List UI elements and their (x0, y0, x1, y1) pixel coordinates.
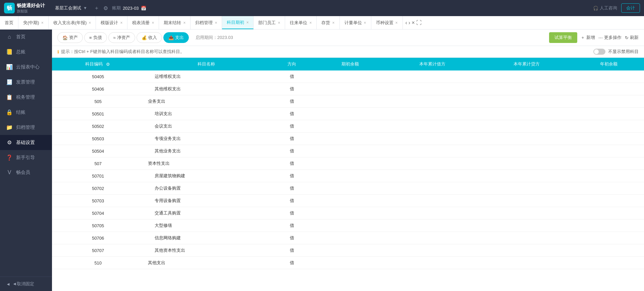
sidebar-item-ledger-label: 总账 (16, 49, 25, 55)
tab-dept-close[interactable]: × (278, 20, 280, 25)
cell-ytd-debit (385, 195, 480, 207)
account-button[interactable]: 会计 (621, 3, 640, 13)
cell-name: 办公设备购置 (144, 182, 269, 195)
tab-unit-close[interactable]: × (364, 20, 366, 25)
table-row[interactable]: 50503专项业务支出借 (52, 133, 644, 145)
sidebar-item-settings[interactable]: ⚙ 基础设置 (0, 135, 52, 150)
tab-interim[interactable]: 臾(中期) × (18, 16, 49, 29)
table-row[interactable]: 50706信息网络购建借 (52, 232, 644, 244)
tab-inventory-close[interactable]: × (332, 20, 334, 25)
sidebar-pin-button[interactable]: ◄ ◄取消固定 (0, 277, 52, 291)
column-settings-icon[interactable]: ⚙ (105, 62, 111, 67)
tab-contacts-close[interactable]: × (309, 20, 312, 25)
table-row[interactable]: 505业务支出借 (52, 95, 644, 108)
cell-ytd-credit (480, 145, 574, 157)
sidebar-item-guide[interactable]: ❓ 新手引导 (0, 150, 52, 165)
toggle-switch[interactable] (593, 49, 605, 55)
sidebar-item-close[interactable]: 🔒 结账 (0, 105, 52, 120)
cell-code: 50702 (52, 182, 144, 195)
tab-dept[interactable]: 部门员工 × (254, 16, 285, 29)
cell-direction: 借 (269, 95, 315, 108)
tab-contacts[interactable]: 往来单位 × (285, 16, 317, 29)
tab-subject-period[interactable]: 科目期初 × (222, 16, 254, 29)
sub-tab-asset[interactable]: 🏠 资产 (57, 32, 83, 43)
tab-income[interactable]: 收入支出表(年报) × (49, 16, 96, 29)
tab-home[interactable]: 首页 (0, 16, 18, 29)
tab-income-close[interactable]: × (89, 20, 91, 25)
tab-template[interactable]: 模版设计 × (96, 16, 127, 29)
tab-interim-close[interactable]: × (41, 20, 44, 25)
table-row[interactable]: 50405运维维权支出借 (52, 70, 644, 83)
tab-subject-period-close[interactable]: × (246, 20, 249, 25)
company-selector[interactable]: 基层工会测试 ▼ (55, 5, 87, 11)
refresh-button[interactable]: ↻ 刷新 (625, 35, 639, 41)
tab-currency-close[interactable]: × (395, 20, 398, 25)
cell-direction: 借 (269, 207, 315, 220)
pin-icon: ◄ (6, 282, 10, 287)
cell-opening (315, 195, 385, 207)
tab-period-end[interactable]: 期末结转 × (159, 16, 191, 29)
sub-tab-income[interactable]: 💰 收入 (137, 32, 162, 43)
tab-currency[interactable]: 币种设置 × (371, 16, 403, 29)
cell-opening (315, 232, 385, 244)
cell-name: 其他维权支出 (144, 83, 269, 95)
tax-icon: 📋 (6, 94, 13, 100)
refresh-label: 刷新 (630, 35, 639, 41)
sidebar-item-ledger[interactable]: 📒 总账 (0, 44, 52, 59)
sidebar-item-archive-label: 归档管理 (16, 125, 35, 131)
tab-tax-close[interactable]: × (152, 20, 154, 25)
sidebar-item-reports[interactable]: 📊 云报表中心 (0, 59, 52, 75)
table-row[interactable]: 50406其他维权支出借 (52, 83, 644, 95)
tab-prev-button[interactable]: ‹ (406, 20, 407, 26)
balance-button[interactable]: 试算平衡 (549, 32, 577, 43)
table-row[interactable]: 50502会议支出借 (52, 120, 644, 133)
table-row[interactable]: 50702办公设备购置借 (52, 182, 644, 195)
sidebar-item-member[interactable]: V 畅会员 (0, 165, 52, 180)
table-row[interactable]: 50703专用设备购置借 (52, 195, 644, 207)
pin-label: ◄取消固定 (12, 281, 34, 287)
cell-ytd-balance (574, 232, 644, 244)
service-button[interactable]: 🎧 人工咨询 (593, 5, 617, 11)
refresh-icon: ↻ (625, 35, 629, 40)
sidebar-item-home[interactable]: ⌂ 首页 (0, 30, 52, 44)
tab-expand-button[interactable]: ⛶ (416, 20, 422, 26)
tab-tax[interactable]: 税表清册 × (127, 16, 159, 29)
sidebar-item-tax-label: 税务管理 (16, 94, 35, 100)
calendar-icon[interactable]: 📅 (141, 6, 146, 11)
sidebar-item-tax[interactable]: 📋 税务管理 (0, 90, 52, 105)
tab-close-all-button[interactable]: × (412, 20, 415, 26)
tab-unit-label: 计量单位 (344, 20, 362, 26)
cell-ytd-debit (385, 244, 480, 257)
cell-ytd-balance (574, 195, 644, 207)
table-row[interactable]: 50501培训支出借 (52, 108, 644, 120)
table-row[interactable]: 50704交通工具购置借 (52, 207, 644, 220)
sidebar-item-archive[interactable]: 📁 归档管理 (0, 120, 52, 135)
settings-icon[interactable]: ⚙ (103, 5, 108, 11)
tab-next-button[interactable]: › (409, 20, 410, 26)
table-row[interactable]: 50504其他业务支出借 (52, 145, 644, 157)
sub-tab-liability[interactable]: ≡ 负债 (84, 32, 107, 43)
cell-ytd-debit (385, 95, 480, 108)
add-tab-button[interactable]: ＋ (94, 5, 99, 12)
add-button[interactable]: ＋ 新增 (581, 35, 595, 41)
table-row[interactable]: 510其他支出借 (52, 257, 644, 269)
settings-sidebar-icon: ⚙ (6, 139, 13, 146)
sub-tab-expense[interactable]: 📤 支出 (163, 32, 189, 43)
tab-unit[interactable]: 计量单位 × (340, 16, 371, 29)
table-row[interactable]: 50701房屋建筑物购建借 (52, 170, 644, 182)
tab-archive-mgmt[interactable]: 归档管理 × (191, 16, 222, 29)
cell-ytd-debit (385, 182, 480, 195)
tab-inventory[interactable]: 存货 × (317, 16, 339, 29)
table-row[interactable]: 507资本性支出借 (52, 157, 644, 170)
toggle-disabled-subjects[interactable]: 不显示禁用科目 (593, 49, 639, 55)
sidebar-item-invoice[interactable]: 🧾 发票管理 (0, 75, 52, 90)
tab-period-end-close[interactable]: × (183, 20, 185, 25)
table-row[interactable]: 50707其他资本性支出借 (52, 244, 644, 257)
col-name: 科目名称 (144, 58, 269, 70)
tab-archive-mgmt-close[interactable]: × (215, 20, 217, 25)
table-container[interactable]: 科目编码 ⚙ 科目名称 方向 期初余额 本年累计借方 本年累计贷方 年初余额 5… (52, 58, 644, 291)
sub-tab-net-asset[interactable]: ≈ 净资产 (108, 32, 135, 43)
more-button[interactable]: ⋯ 更多操作 (598, 35, 622, 41)
table-row[interactable]: 50705大型修缮借 (52, 220, 644, 232)
tab-template-close[interactable]: × (120, 20, 122, 25)
